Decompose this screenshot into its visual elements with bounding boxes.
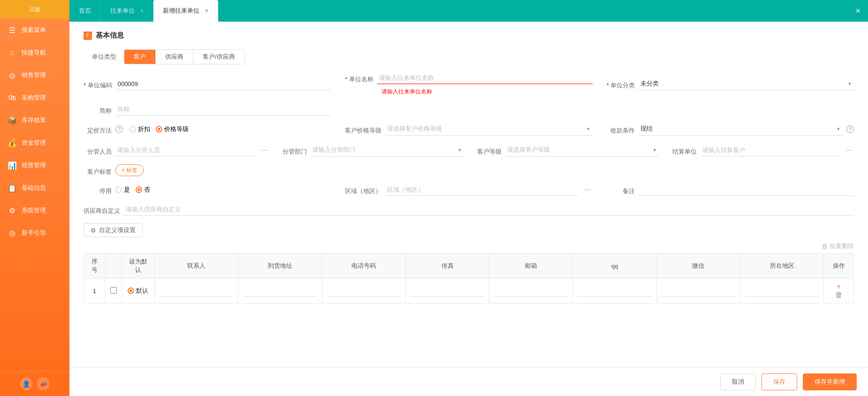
batch-delete-label[interactable]: 批量删除 <box>830 242 854 250</box>
unit-type-customer[interactable]: 客户 <box>124 50 156 64</box>
tab-home[interactable]: 首页 <box>69 0 101 22</box>
dept-select[interactable]: 请输入分管部门 ▼ <box>311 143 464 157</box>
settlement-more-icon[interactable]: ··· <box>844 146 854 155</box>
unit-type-supplier[interactable]: 供应商 <box>156 50 193 64</box>
customer-price-label: 客户价格等级 <box>345 124 381 135</box>
row-index: 1 <box>84 279 106 303</box>
settlement-input[interactable] <box>700 144 840 156</box>
payment-select[interactable]: 现结 ▼ <box>639 122 843 136</box>
pricing-level[interactable]: 价格等级 <box>156 125 189 133</box>
dept-label: 分管部门 <box>279 145 307 156</box>
row-email-input[interactable] <box>494 285 568 297</box>
sidebar: 云版 ☰ 搜索菜单 ⌂ 快捷导航 ◎ 销售管理 🛍 采购管理 📦 库存核算 💰 … <box>0 0 69 396</box>
unit-type-both[interactable]: 客户/供应商 <box>193 50 244 64</box>
tab-new-partner[interactable]: 新增往来单位 × <box>153 0 218 22</box>
supplier-custom-input[interactable] <box>124 203 854 216</box>
row-wechat <box>656 279 740 303</box>
sidebar-item-label: 新手引导 <box>22 229 46 237</box>
window-close-btn[interactable]: × <box>848 6 868 16</box>
delete-row-icon[interactable]: 🗑 <box>833 291 845 299</box>
sidebar-item-label: 库存核算 <box>22 116 46 124</box>
col-fax: 传真 <box>405 254 489 279</box>
sidebar-item-guide[interactable]: ◎ 新手引导 <box>0 222 69 244</box>
sidebar-item-search[interactable]: ☰ 搜索菜单 <box>0 19 69 41</box>
tab-new-partner-close[interactable]: × <box>205 8 208 14</box>
save-button[interactable]: 保存 <box>761 373 797 390</box>
chevron-down-icon: ▼ <box>836 126 841 132</box>
region-more-icon[interactable]: ··· <box>582 186 592 194</box>
col-checkbox <box>105 254 122 279</box>
sidebar-item-operations[interactable]: 📊 经营管理 <box>0 154 69 177</box>
save-new-button[interactable]: 保存并新增 <box>803 373 857 390</box>
tab-partners[interactable]: 往来单位 × <box>101 0 153 22</box>
row-contact-input[interactable] <box>160 285 233 297</box>
bell-icon[interactable]: 📣 <box>37 377 50 390</box>
sidebar-item-purchase[interactable]: 🛍 采购管理 <box>0 86 69 109</box>
sidebar-item-label: 采购管理 <box>22 93 46 102</box>
chevron-down-icon: ▼ <box>847 81 852 86</box>
pricing-help-icon[interactable]: ? <box>115 125 123 133</box>
row-contact <box>155 279 238 303</box>
form-row-1: 单位编码 单位名称 请输入往来单位名称 单位分类 <box>84 72 854 96</box>
chevron-down-icon: ▼ <box>653 148 657 153</box>
supplier-custom-label: 供应商自定义 <box>84 204 120 215</box>
payment-control: 现结 ▼ <box>639 122 843 136</box>
unit-type-group: 客户 供应商 客户/供应商 <box>124 49 245 64</box>
remark-input[interactable] <box>639 184 854 196</box>
chevron-down-icon: ▼ <box>586 126 591 132</box>
row-phone <box>322 279 405 303</box>
row-default-radio-label[interactable]: 默认 <box>127 287 150 295</box>
row-region-input[interactable] <box>745 285 819 297</box>
row-phone-input[interactable] <box>327 285 401 297</box>
disable-no[interactable]: 否 <box>136 186 150 194</box>
row-default-label: 默认 <box>136 287 148 295</box>
sidebar-item-sales[interactable]: ◎ 销售管理 <box>0 64 69 86</box>
custom-settings-btn[interactable]: ⚙ 自定义项设置 <box>84 223 143 237</box>
user-icon[interactable]: 👤 <box>20 377 33 390</box>
disable-no-radio <box>136 186 142 193</box>
tab-partners-close[interactable]: × <box>140 8 144 14</box>
manager-more-icon[interactable]: ··· <box>259 146 269 155</box>
row-address-input[interactable] <box>243 285 317 297</box>
disable-yes[interactable]: 是 <box>115 186 130 194</box>
row-checkbox[interactable] <box>110 287 117 294</box>
main-area: 首页 往来单位 × 新增往来单位 × × F 基本信息 单位类型 客户 供应商 … <box>69 0 868 396</box>
unit-category-label: 单位分类 <box>607 78 635 90</box>
pricing-radio-group: 折扣 价格等级 <box>129 125 189 133</box>
row-region <box>740 279 824 303</box>
unit-category-select[interactable]: 未分类 ▼ <box>639 77 854 91</box>
home-icon: ⌂ <box>8 48 17 57</box>
row-wechat-input[interactable] <box>662 285 735 297</box>
disable-no-label: 否 <box>144 186 150 194</box>
customer-price-select[interactable]: 请选择客户价格等级 ▼ <box>385 122 592 136</box>
manager-input[interactable] <box>115 144 255 156</box>
row-qq <box>573 279 656 303</box>
row-fax-input[interactable] <box>411 285 484 297</box>
manager-control <box>115 144 255 156</box>
abbr-label: 简称 <box>84 104 112 115</box>
pricing-discount-label: 折扣 <box>138 125 150 133</box>
add-row-icon[interactable]: + <box>835 282 843 290</box>
abbr-input[interactable] <box>115 103 331 116</box>
sidebar-item-system[interactable]: ⚙ 系统管理 <box>0 199 69 222</box>
payment-help-icon[interactable]: ? <box>846 125 854 133</box>
cancel-button[interactable]: 取消 <box>720 373 756 390</box>
add-tag-btn[interactable]: + 标签 <box>115 164 144 176</box>
sidebar-item-finance[interactable]: 💰 资金管理 <box>0 132 69 154</box>
operations-icon: 📊 <box>8 161 17 170</box>
customer-level-select[interactable]: 请选择客户等级 ▼ <box>505 143 659 157</box>
pricing-discount[interactable]: 折扣 <box>129 125 150 133</box>
form-row-disable: 停用 是 否 区域（地区） ··· <box>84 184 854 196</box>
unit-name-input[interactable] <box>377 72 593 84</box>
region-input[interactable] <box>385 184 579 196</box>
sidebar-item-label: 经营管理 <box>22 161 46 170</box>
sidebar-item-label: 销售管理 <box>22 71 46 79</box>
col-index: 序号 <box>84 254 106 279</box>
sidebar-item-basic[interactable]: 📋 基础信息 <box>0 177 69 199</box>
customer-price-field: 客户价格等级 请选择客户价格等级 ▼ <box>345 122 592 136</box>
sidebar-item-quicknav[interactable]: ⌂ 快捷导航 <box>0 41 69 64</box>
row-qq-input[interactable] <box>578 285 651 297</box>
unit-code-input[interactable] <box>116 78 331 90</box>
sidebar-item-inventory[interactable]: 📦 库存核算 <box>0 109 69 132</box>
supplier-custom-control <box>124 203 854 216</box>
